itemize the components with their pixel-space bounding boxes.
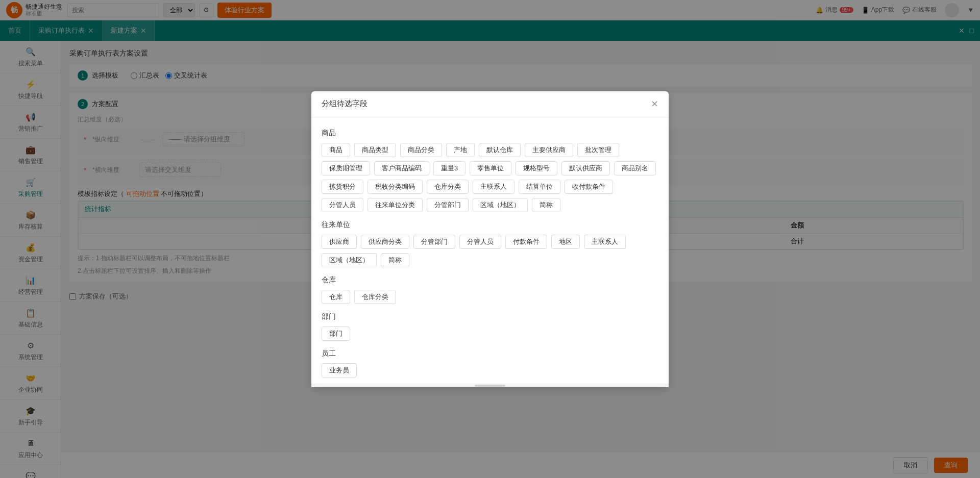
field-spec-model[interactable]: 规格型号 — [516, 161, 557, 175]
modal-close-btn[interactable]: ✕ — [651, 98, 658, 110]
field-supplier-category[interactable]: 供应商分类 — [361, 235, 409, 249]
field-dept[interactable]: 部门 — [322, 326, 350, 341]
field-region-product[interactable]: 区域（地区） — [473, 198, 528, 212]
field-manager-product[interactable]: 分管人员 — [322, 198, 363, 212]
field-payment-terms[interactable]: 收付款条件 — [565, 180, 613, 194]
modal-body: 商品 商品 商品类型 商品分类 产地 默认仓库 主要供应商 批次管理 保质期管理… — [311, 117, 669, 384]
modal-dialog: 分组待选字段 ✕ 商品 商品 商品类型 商品分类 产地 默认仓库 主要供应商 批… — [311, 91, 669, 387]
field-main-contact[interactable]: 主联系人 — [473, 180, 514, 194]
field-manager-counterpart[interactable]: 分管人员 — [459, 235, 501, 249]
field-warehouse-cat[interactable]: 仓库分类 — [354, 290, 396, 304]
warehouse-fields: 仓库 仓库分类 — [322, 290, 658, 304]
field-dept-counterpart[interactable]: 分管部门 — [413, 235, 455, 249]
field-pick-points[interactable]: 拣货积分 — [322, 180, 363, 194]
field-quality-period[interactable]: 保质期管理 — [322, 161, 370, 175]
section-title-product: 商品 — [322, 129, 658, 138]
modal-title: 分组待选字段 — [322, 99, 368, 109]
field-batch-mgmt[interactable]: 批次管理 — [577, 143, 619, 157]
field-payment-condition[interactable]: 付款条件 — [505, 235, 547, 249]
section-title-employee: 员工 — [322, 349, 658, 358]
section-title-dept: 部门 — [322, 312, 658, 321]
field-main-contact-counterpart[interactable]: 主联系人 — [584, 235, 626, 249]
section-title-warehouse: 仓库 — [322, 275, 658, 285]
field-default-supplier[interactable]: 默认供应商 — [561, 161, 610, 175]
field-short-name-counterpart[interactable]: 简称 — [381, 253, 409, 267]
employee-fields: 业务员 — [322, 363, 658, 378]
field-retail-unit[interactable]: 零售单位 — [470, 161, 511, 175]
field-customer-code[interactable]: 客户商品编码 — [374, 161, 429, 175]
field-warehouse-category[interactable]: 仓库分类 — [427, 180, 469, 194]
field-default-warehouse[interactable]: 默认仓库 — [479, 143, 521, 157]
dept-fields: 部门 — [322, 326, 658, 341]
field-warehouse[interactable]: 仓库 — [322, 290, 350, 304]
modal-header: 分组待选字段 ✕ — [311, 91, 669, 117]
field-counterpart-category[interactable]: 往来单位分类 — [368, 198, 423, 212]
section-title-counterpart: 往来单位 — [322, 220, 658, 230]
field-short-name-product[interactable]: 简称 — [532, 198, 560, 212]
modal-scrollbar-x[interactable] — [311, 384, 669, 387]
field-origin[interactable]: 产地 — [446, 143, 475, 157]
field-main-supplier[interactable]: 主要供应商 — [525, 143, 573, 157]
field-supplier[interactable]: 供应商 — [322, 235, 357, 249]
field-settlement-unit[interactable]: 结算单位 — [519, 180, 560, 194]
field-dept-product[interactable]: 分管部门 — [427, 198, 469, 212]
modal-overlay: 分组待选字段 ✕ 商品 商品 商品类型 商品分类 产地 默认仓库 主要供应商 批… — [0, 0, 980, 478]
field-region-counterpart[interactable]: 地区 — [551, 235, 580, 249]
scrollbar-thumb-x — [475, 385, 505, 387]
product-fields: 商品 商品类型 商品分类 产地 默认仓库 主要供应商 批次管理 保质期管理 客户… — [322, 143, 658, 212]
field-weight3[interactable]: 重量3 — [433, 161, 465, 175]
field-product-alias[interactable]: 商品别名 — [614, 161, 656, 175]
field-product-category[interactable]: 商品分类 — [400, 143, 442, 157]
counterpart-fields: 供应商 供应商分类 分管部门 分管人员 付款条件 地区 主联系人 区域（地区） … — [322, 235, 658, 267]
field-region2-counterpart[interactable]: 区域（地区） — [322, 253, 377, 267]
field-tax-code[interactable]: 税收分类编码 — [368, 180, 423, 194]
field-product[interactable]: 商品 — [322, 143, 350, 157]
field-product-type[interactable]: 商品类型 — [354, 143, 396, 157]
field-salesperson[interactable]: 业务员 — [322, 363, 357, 378]
